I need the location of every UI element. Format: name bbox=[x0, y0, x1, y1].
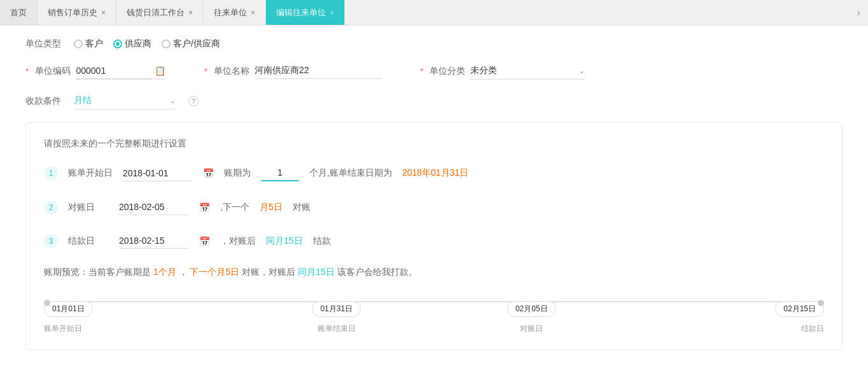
timeline-bubble-2: 01月31日 bbox=[312, 301, 361, 317]
step-1-period-unit: 个月,账单结束日期为 bbox=[309, 167, 392, 179]
main-content: 单位类型 客户 供应商 客户/供应商 * 单位编码 📋 bbox=[0, 25, 868, 387]
payment-dropdown-arrow: ⌄ bbox=[169, 96, 176, 105]
preview-mid1: ， bbox=[179, 267, 188, 277]
radio-customer[interactable]: 客户 bbox=[74, 38, 103, 50]
step-3-num: 3 bbox=[44, 234, 58, 248]
payment-terms-row: 收款条件 月结 ⌄ ? bbox=[25, 92, 843, 109]
timeline-points: 01月01日 账单开始日 01月31日 账单结束日 02月05日 对账日 bbox=[44, 291, 824, 334]
step-1-num: 1 bbox=[44, 166, 58, 180]
step-1-mid-text: 账期为 bbox=[224, 167, 251, 179]
step-1-date-input[interactable] bbox=[123, 165, 193, 181]
settings-card: 请按照未来的一个完整帐期进行设置 1 账单开始日 📅 账期为 个月,账单结束日期… bbox=[25, 122, 843, 350]
payment-terms-select[interactable]: 月结 ⌄ bbox=[74, 92, 176, 109]
category-dropdown-arrow: ⌄ bbox=[578, 66, 585, 75]
radio-circle-supplier bbox=[113, 39, 122, 48]
timeline-sub-3: 对账日 bbox=[520, 323, 543, 334]
unit-category-label: 单位分类 bbox=[430, 66, 465, 77]
timeline-bubble-1: 01月01日 bbox=[44, 301, 93, 317]
close-tab-edit[interactable]: × bbox=[330, 8, 334, 17]
step-2-num: 2 bbox=[44, 201, 58, 215]
timeline-bubble-4: 02月15日 bbox=[775, 301, 824, 317]
payment-terms-value: 月结 bbox=[74, 95, 167, 106]
radio-supplier[interactable]: 供应商 bbox=[113, 38, 151, 50]
close-tab-sales[interactable]: × bbox=[101, 8, 106, 17]
step-2-calendar-icon[interactable]: 📅 bbox=[199, 202, 210, 213]
preview-row: 账期预览：当前客户账期是 1个月 ， 下一个月5日 对账，对账后 同月15日 该… bbox=[44, 267, 824, 278]
period-months-input[interactable] bbox=[261, 165, 299, 181]
unit-code-label: 单位编码 bbox=[35, 66, 71, 77]
close-tab-cashier[interactable]: × bbox=[188, 8, 193, 17]
unit-info-row: * 单位编码 📋 * 单位名称 * 单位分类 未分类 ⌄ bbox=[25, 62, 843, 80]
step-2-row: 2 对账日 📅 ,下一个 月5日 对账 bbox=[44, 199, 824, 215]
tab-bar: 首页 销售订单历史 × 钱货日清工作台 × 往来单位 × 编辑往来单位 × › bbox=[0, 0, 868, 25]
step-1-calendar-icon[interactable]: 📅 bbox=[203, 168, 214, 178]
unit-type-radio-group: 客户 供应商 客户/供应商 bbox=[74, 38, 220, 50]
unit-type-row: 单位类型 客户 供应商 客户/供应商 bbox=[25, 38, 843, 50]
help-icon[interactable]: ? bbox=[188, 96, 199, 106]
timeline-point-1: 01月01日 账单开始日 bbox=[44, 291, 239, 334]
step-2-label: 对账日 bbox=[68, 202, 109, 213]
unit-type-label: 单位类型 bbox=[25, 38, 61, 50]
radio-both[interactable]: 客户/供应商 bbox=[162, 38, 220, 50]
step-2-suffix: 对账 bbox=[293, 202, 311, 213]
timeline-sub-4: 结款日 bbox=[801, 323, 824, 334]
step-3-prefix: ，对账后 bbox=[220, 236, 256, 247]
step-3-suffix: 结款 bbox=[313, 236, 331, 247]
radio-circle-both bbox=[162, 39, 171, 48]
copy-icon[interactable]: 📋 bbox=[155, 66, 165, 76]
step-3-calendar-icon[interactable]: 📅 bbox=[199, 236, 210, 246]
step-1-end-date: 2018年01月31日 bbox=[402, 167, 468, 179]
tab-home[interactable]: 首页 bbox=[0, 0, 38, 25]
radio-circle-customer bbox=[74, 39, 83, 48]
step-3-highlight: 同月15日 bbox=[266, 236, 303, 247]
timeline-bubble-3: 02月05日 bbox=[507, 301, 556, 317]
unit-name-label: 单位名称 bbox=[214, 66, 249, 77]
tab-expand-button[interactable]: › bbox=[850, 0, 868, 25]
preview-part3: 同月15日 bbox=[298, 267, 335, 277]
unit-name-input[interactable] bbox=[255, 63, 382, 79]
unit-category-select[interactable]: 未分类 ⌄ bbox=[470, 62, 585, 80]
step-3-row: 3 结款日 📅 ，对账后 同月15日 结款 bbox=[44, 233, 824, 249]
timeline-point-4: 02月15日 结款日 bbox=[629, 291, 825, 334]
card-title: 请按照未来的一个完整帐期进行设置 bbox=[44, 138, 824, 150]
unit-code-group: * 单位编码 📋 bbox=[25, 63, 165, 80]
step-1-row: 1 账单开始日 📅 账期为 个月,账单结束日期为 2018年01月31日 bbox=[44, 165, 824, 181]
step-3-label: 结款日 bbox=[68, 236, 109, 247]
payment-terms-label: 收款条件 bbox=[25, 95, 61, 107]
preview-mid2: 对账，对账后 bbox=[242, 267, 295, 277]
timeline-point-3: 02月05日 对账日 bbox=[434, 291, 629, 334]
tab-partners[interactable]: 往来单位 × bbox=[204, 0, 266, 25]
unit-category-value: 未分类 bbox=[470, 65, 576, 76]
required-code: * bbox=[25, 66, 29, 76]
timeline: 01月01日 账单开始日 01月31日 账单结束日 02月05日 对账日 bbox=[44, 291, 824, 334]
preview-prefix: 账期预览：当前客户账期是 bbox=[44, 267, 151, 277]
unit-code-field-wrapper: 📋 bbox=[76, 63, 165, 80]
timeline-sub-2: 账单结束日 bbox=[318, 323, 356, 334]
required-cat: * bbox=[420, 66, 423, 76]
tab-edit-partner[interactable]: 编辑往来单位 × bbox=[266, 0, 345, 25]
step-2-prefix: ,下一个 bbox=[220, 202, 249, 213]
step-3-date-input[interactable] bbox=[119, 233, 189, 249]
preview-suffix: 该客户会给我打款。 bbox=[337, 267, 417, 277]
preview-part2: 下一个月5日 bbox=[190, 267, 239, 277]
required-name: * bbox=[204, 66, 207, 76]
timeline-sub-1: 账单开始日 bbox=[44, 323, 82, 334]
step-2-date-input[interactable] bbox=[119, 199, 189, 215]
unit-category-group: * 单位分类 未分类 ⌄ bbox=[420, 62, 585, 80]
unit-name-group: * 单位名称 bbox=[204, 63, 381, 79]
preview-part1: 1个月 bbox=[153, 267, 176, 277]
timeline-point-2: 01月31日 账单结束日 bbox=[239, 291, 435, 334]
tab-sales-history[interactable]: 销售订单历史 × bbox=[38, 0, 116, 25]
unit-code-input[interactable] bbox=[76, 63, 152, 79]
tab-cashier[interactable]: 钱货日清工作台 × bbox=[116, 0, 204, 25]
step-1-label: 账单开始日 bbox=[68, 167, 113, 179]
step-2-highlight: 月5日 bbox=[260, 202, 283, 213]
close-tab-partners[interactable]: × bbox=[251, 8, 255, 17]
